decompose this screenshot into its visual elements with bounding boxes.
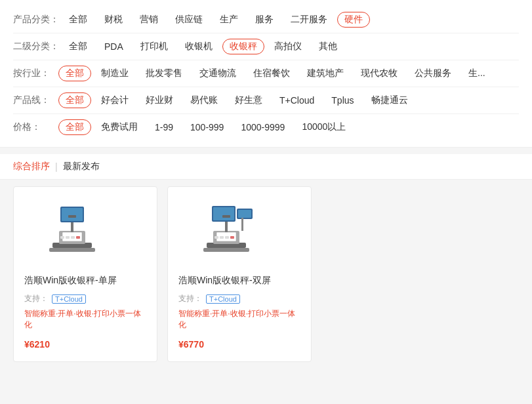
product-line-item-3[interactable]: 易代账 xyxy=(183,92,225,108)
sort-latest[interactable]: 最新发布 xyxy=(63,159,100,174)
svg-rect-13 xyxy=(203,248,249,252)
svg-rect-24 xyxy=(220,236,224,239)
category-item-2[interactable]: 营销 xyxy=(133,12,165,28)
svg-rect-9 xyxy=(66,236,70,239)
industry-item-all[interactable]: 全部 xyxy=(58,66,91,81)
subcategory-row: 二级分类： 全部 PDA 打印机 收银机 收银秤 高拍仪 其他 xyxy=(13,33,519,60)
price-row: 价格： 全部 免费试用 1-99 100-999 1000-9999 10000… xyxy=(13,114,519,140)
industry-item-2[interactable]: 批发零售 xyxy=(138,66,190,81)
subcategory-item-3[interactable]: 收银机 xyxy=(178,39,220,54)
support-badge-2[interactable]: T+Cloud xyxy=(206,294,240,304)
product-line-item-1[interactable]: 好会计 xyxy=(94,92,136,108)
svg-rect-18 xyxy=(213,207,234,220)
industry-item-1[interactable]: 制造业 xyxy=(94,66,136,81)
product-desc-2: 智能称重·开单·收银·打印小票一体化 xyxy=(178,308,300,331)
subcategory-item-scale[interactable]: 收银秤 xyxy=(222,39,264,54)
svg-rect-8 xyxy=(60,236,64,239)
product-desc-1: 智能称重·开单·收银·打印小票一体化 xyxy=(24,308,146,331)
product-line-item-2[interactable]: 好业财 xyxy=(138,92,180,108)
support-badge-1[interactable]: T+Cloud xyxy=(52,294,86,304)
industry-label: 按行业： xyxy=(13,68,56,79)
price-item-5[interactable]: 10000以上 xyxy=(295,119,353,135)
category-item-3[interactable]: 供应链 xyxy=(168,12,210,28)
product-line-item-5[interactable]: T+Cloud xyxy=(272,93,321,108)
product-support-2: 支持： T+Cloud xyxy=(178,293,300,304)
category-item-4[interactable]: 生产 xyxy=(213,12,245,28)
product-card-2[interactable]: 浩顺Win版收银秤-双屏 支持： T+Cloud 智能称重·开单·收银·打印小票… xyxy=(167,186,312,362)
svg-rect-25 xyxy=(225,236,229,239)
product-support-1: 支持： T+Cloud xyxy=(24,293,146,304)
price-value-2: 6770 xyxy=(184,339,204,350)
filter-section: 产品分类： 全部 财税 营销 供应链 生产 服务 二开服务 硬件 二级分类： 全… xyxy=(0,0,532,148)
subcategory-item-5[interactable]: 高拍仪 xyxy=(267,39,309,54)
subcategory-item-6[interactable]: 其他 xyxy=(312,39,344,54)
product-name-2: 浩顺Win版收银秤-双屏 xyxy=(178,275,300,287)
product-name-1: 浩顺Win版收银秤-单屏 xyxy=(24,275,146,287)
svg-rect-1 xyxy=(49,248,95,252)
product-price-2: ¥6770 xyxy=(178,336,300,351)
svg-rect-6 xyxy=(62,208,83,221)
product-line-row: 产品线： 全部 好会计 好业财 易代账 好生意 T+Cloud Tplus 畅捷… xyxy=(13,87,519,114)
price-item-all[interactable]: 全部 xyxy=(58,119,91,135)
category-item-1[interactable]: 财税 xyxy=(97,12,130,28)
price-symbol-2: ¥ xyxy=(178,339,184,350)
sort-bar: 综合排序 | 最新发布 xyxy=(0,154,532,180)
price-item-4[interactable]: 1000-9999 xyxy=(234,120,292,134)
price-item-1[interactable]: 免费试用 xyxy=(94,119,145,135)
industry-item-7[interactable]: 公共服务 xyxy=(407,66,459,81)
svg-rect-20 xyxy=(238,210,251,218)
product-line-label: 产品线： xyxy=(13,94,56,106)
svg-rect-26 xyxy=(230,236,234,239)
category-row: 产品分类： 全部 财税 营销 供应链 生产 服务 二开服务 硬件 xyxy=(13,7,519,33)
category-item-hardware[interactable]: 硬件 xyxy=(337,12,370,28)
industry-item-6[interactable]: 现代农牧 xyxy=(354,66,405,81)
subcategory-label: 二级分类： xyxy=(13,41,59,52)
subcategory-item-2[interactable]: 打印机 xyxy=(133,39,175,54)
product-price-1: ¥6210 xyxy=(24,336,146,351)
svg-rect-10 xyxy=(71,236,75,239)
price-item-2[interactable]: 1-99 xyxy=(148,120,180,134)
category-item-6[interactable]: 二开服务 xyxy=(283,12,335,28)
industry-item-4[interactable]: 住宿餐饮 xyxy=(246,66,297,81)
category-label: 产品分类： xyxy=(13,14,59,26)
product-line-item-6[interactable]: Tplus xyxy=(324,93,361,108)
industry-item-3[interactable]: 交通物流 xyxy=(192,66,243,81)
category-item-0[interactable]: 全部 xyxy=(62,12,94,28)
support-label-1: 支持： xyxy=(24,293,48,304)
sort-comprehensive[interactable]: 综合排序 xyxy=(13,159,50,174)
subcategory-item-0[interactable]: 全部 xyxy=(62,39,94,54)
product-line-item-7[interactable]: 畅捷通云 xyxy=(364,92,415,108)
products-grid: 浩顺Win版收银秤-单屏 支持： T+Cloud 智能称重·开单·收银·打印小票… xyxy=(0,180,532,369)
product-card-1[interactable]: 浩顺Win版收银秤-单屏 支持： T+Cloud 智能称重·开单·收银·打印小票… xyxy=(13,186,157,362)
product-image-area-2 xyxy=(178,200,300,266)
price-symbol-1: ¥ xyxy=(24,339,30,350)
support-label-2: 支持： xyxy=(178,293,202,304)
industry-item-5[interactable]: 建筑地产 xyxy=(300,66,351,81)
svg-rect-22 xyxy=(222,215,230,218)
product-line-item-4[interactable]: 好生意 xyxy=(228,92,270,108)
product-image-1 xyxy=(46,203,125,262)
product-image-2 xyxy=(200,203,279,262)
sort-divider: | xyxy=(55,161,58,172)
svg-rect-23 xyxy=(215,236,218,239)
price-label: 价格： xyxy=(13,121,56,133)
product-line-item-all[interactable]: 全部 xyxy=(58,92,91,108)
product-image-area-1 xyxy=(24,200,146,266)
category-item-5[interactable]: 服务 xyxy=(248,12,281,28)
svg-rect-7 xyxy=(68,215,76,218)
industry-row: 按行业： 全部 制造业 批发零售 交通物流 住宿餐饮 建筑地产 现代农牧 公共服… xyxy=(13,60,519,87)
price-value-1: 6210 xyxy=(30,339,50,350)
industry-item-8[interactable]: 生... xyxy=(461,66,493,81)
svg-rect-11 xyxy=(76,236,80,239)
svg-rect-21 xyxy=(241,218,243,231)
subcategory-item-1[interactable]: PDA xyxy=(97,39,131,54)
price-item-3[interactable]: 100-999 xyxy=(183,120,231,134)
